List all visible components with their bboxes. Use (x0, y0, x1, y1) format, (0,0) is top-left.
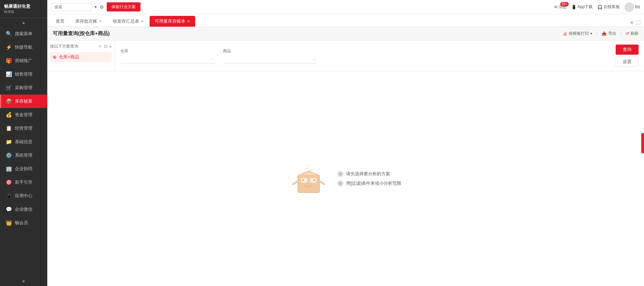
topbar-dropdown-icon[interactable]: ▾ (95, 4, 97, 9)
tab-expand-button[interactable]: ⛶ (636, 20, 641, 25)
refresh-icon: ↺ (625, 31, 629, 36)
sidebar-item-finance[interactable]: 💰 资金管理 (0, 108, 47, 122)
sidebar: 畅康通好生意 标准版 ▲ 🔍 搜索菜单 ⚡ 快捷导航 🎁 营销推广 📊 销售管理… (0, 0, 47, 286)
gear-icon: ⚙️ (6, 152, 12, 158)
sidebar-item-label: 企业微信 (15, 206, 32, 212)
sidebar-item-label: 应用中心 (15, 193, 32, 199)
sidebar-item-member[interactable]: 👑 畅会员 (0, 216, 47, 230)
tab-available-close[interactable]: ✕ (187, 19, 190, 24)
sidebar-item-purchase[interactable]: 🛒 采购管理 (0, 81, 47, 95)
svg-rect-0 (298, 176, 319, 192)
scheme-item-warehouse-product[interactable]: ⊕ 仓库+商品 (50, 52, 112, 62)
topbar-search-input[interactable] (51, 3, 92, 11)
svg-rect-1 (301, 178, 307, 183)
filter-group-warehouse: 仓库 ··· (120, 48, 215, 63)
export-label: 导出 (608, 31, 616, 36)
service-button[interactable]: 🎧 在线客服 (597, 4, 620, 10)
avatar (624, 2, 634, 12)
folder-icon: 📁 (6, 139, 12, 145)
sidebar-scroll-down[interactable]: ▼ (0, 277, 47, 286)
sidebar-item-sales[interactable]: 📊 销售管理 (0, 68, 47, 81)
divider2: | (620, 31, 621, 36)
tab-available[interactable]: 可用量库存账本 ✕ (150, 16, 195, 27)
scheme-panel: 按以下方案查询 ＋ ⊙ « ⊕ 仓库+商品 (47, 41, 115, 71)
sidebar-header: 畅康通好生意 标准版 (0, 0, 47, 18)
scheme-collapse-button[interactable]: « (109, 44, 112, 49)
tab-summary-close[interactable]: ✕ (141, 19, 144, 24)
warehouse-input[interactable] (120, 55, 209, 63)
sidebar-item-label: 搜索菜单 (15, 31, 32, 37)
main-area: ▾ ⚙ 体验行业方案 ✉ 消息 99+ 📱 App下载 🎧 在线客服 Rit (47, 0, 644, 286)
product-input[interactable] (223, 55, 311, 63)
svg-rect-2 (310, 178, 316, 183)
sidebar-item-enterprise[interactable]: 🏢 企业协同 (0, 162, 47, 176)
message-button[interactable]: ✉ 消息 99+ (554, 4, 567, 10)
export-action[interactable]: 📤 导出 (601, 31, 616, 36)
app-download-button[interactable]: 📱 App下载 (571, 4, 593, 10)
empty-state: ① 请先选择要分析的方案 ② 用[过滤]条件来缩小分析范围 (47, 71, 644, 286)
operations-icon: 📋 (6, 125, 12, 131)
tab-summary[interactable]: 收发存汇总表 ✕ (108, 16, 149, 27)
print-dropdown-icon[interactable]: ▾ (590, 31, 592, 36)
scheme-panel-title: 按以下方案查询 (50, 44, 78, 49)
sidebar-item-label: 系统管理 (15, 152, 32, 158)
warehouse-more-button[interactable]: ··· (209, 56, 215, 62)
sidebar-item-search[interactable]: 🔍 搜索菜单 (0, 27, 47, 41)
empty-tips: ① 请先选择要分析的方案 ② 用[过滤]条件来缩小分析范围 (337, 171, 401, 186)
topbar-gear-icon[interactable]: ⚙ (100, 4, 104, 10)
tab-available-label: 可用量库存账本 (155, 18, 185, 24)
product-more-button[interactable]: ··· (311, 56, 317, 62)
sidebar-item-label: 资金管理 (15, 112, 32, 118)
product-input-wrap: ··· (223, 55, 317, 63)
sidebar-item-newbie[interactable]: 🎯 新手引导 (0, 176, 47, 189)
query-button[interactable]: 查询 (616, 45, 639, 55)
tab-summary-label: 收发存汇总表 (113, 18, 139, 24)
refresh-action[interactable]: ↺ 刷新 (625, 31, 639, 36)
sidebar-scroll-up[interactable]: ▲ (0, 18, 47, 27)
sidebar-item-marketing[interactable]: 🎁 营销推广 (0, 54, 47, 68)
filter-row: 仓库 ··· 商品 ··· (115, 41, 616, 71)
message-icon: ✉ (554, 5, 558, 9)
filter-group-product: 商品 ··· (223, 48, 317, 63)
empty-tip-2: ② 用[过滤]条件来缩小分析范围 (337, 180, 401, 186)
chart-icon: 📊 (6, 71, 12, 77)
gift-icon: 🎁 (6, 58, 12, 64)
search-icon: 🔍 (6, 31, 12, 37)
sidebar-item-label: 经营管理 (15, 125, 32, 131)
tab-batch-close[interactable]: ✕ (99, 19, 102, 24)
tip-text-2: 用[过滤]条件来缩小分析范围 (346, 180, 401, 186)
app-label: App下载 (577, 4, 593, 10)
user-profile[interactable]: Rit (624, 2, 640, 12)
warehouse-label: 仓库 (120, 48, 215, 54)
sidebar-item-label: 快捷导航 (15, 44, 32, 50)
product-label: 商品 (223, 48, 317, 54)
refresh-label: 刷新 (630, 31, 639, 36)
print-label: 按模板打印 (569, 31, 589, 36)
settings-button[interactable]: 设置 (616, 57, 639, 67)
trial-button[interactable]: 体验行业方案 (107, 2, 140, 11)
sidebar-item-shortcut[interactable]: ⚡ 快捷导航 (0, 41, 47, 54)
sidebar-item-inventory[interactable]: 📦 库存核算 (0, 95, 47, 108)
query-area: 按以下方案查询 ＋ ⊙ « ⊕ 仓库+商品 仓库 (47, 41, 644, 71)
sidebar-nav: 🔍 搜索菜单 ⚡ 快捷导航 🎁 营销推广 📊 销售管理 🛒 采购管理 📦 库存核… (0, 27, 47, 277)
sidebar-item-label: 采购管理 (15, 85, 32, 91)
scheme-settings-button[interactable]: ⊙ (104, 44, 108, 49)
message-badge: 99+ (560, 2, 569, 6)
empty-tip-1: ① 请先选择要分析的方案 (337, 171, 401, 177)
sidebar-item-label: 基础信息 (15, 139, 32, 145)
sidebar-item-wechat[interactable]: 💬 企业微信 (0, 203, 47, 216)
print-action[interactable]: 🖨 按模板打印 ▾ (563, 31, 592, 36)
page-header-actions: 🖨 按模板打印 ▾ | 📤 导出 | ↺ 刷新 (563, 31, 639, 36)
sidebar-item-operations[interactable]: 📋 经营管理 (0, 122, 47, 135)
tab-batch[interactable]: 库存批次账 ✕ (70, 16, 107, 27)
guide-icon: 🎯 (6, 179, 12, 185)
wechat-icon: 💬 (6, 206, 12, 212)
sidebar-item-appcenter[interactable]: 📱 应用中心 (0, 189, 47, 203)
content-area: 可用量查询(按仓库+商品) 🖨 按模板打印 ▾ | 📤 导出 | ↺ 刷新 (47, 27, 644, 286)
sidebar-item-basics[interactable]: 📁 基础信息 (0, 135, 47, 149)
tab-close-all-button[interactable]: ✕ (630, 20, 634, 25)
right-scroll-handle[interactable] (641, 133, 644, 153)
sidebar-item-system[interactable]: ⚙️ 系统管理 (0, 149, 47, 162)
scheme-add-button[interactable]: ＋ (98, 43, 102, 49)
tab-home[interactable]: 首页 (51, 16, 70, 27)
